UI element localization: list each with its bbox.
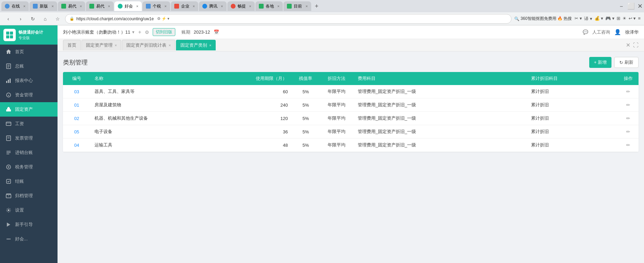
tab-close-category-icon[interactable]: ×	[209, 43, 211, 47]
settings-icon-top[interactable]: ⚙	[145, 29, 149, 35]
tab-close-icon[interactable]: ×	[164, 4, 166, 8]
code-link[interactable]: 02	[74, 116, 79, 121]
svg-rect-8	[6, 81, 7, 83]
expand-icon[interactable]: ⛶	[633, 42, 639, 48]
tab-depreciation-stats[interactable]: 固定资产折旧统计表 ×	[122, 40, 175, 50]
tab-close-icon[interactable]: ×	[80, 4, 82, 8]
svg-rect-0	[6, 32, 9, 35]
edit-button[interactable]: ✏	[626, 129, 630, 134]
cell-period: 60	[251, 85, 292, 98]
tab-close-icon[interactable]: ×	[249, 4, 251, 8]
code-link[interactable]: 01	[74, 103, 79, 108]
svg-rect-25	[6, 194, 11, 198]
reload-button[interactable]: ↻	[28, 14, 38, 24]
sidebar-item-trade[interactable]: 进销台账	[0, 145, 58, 160]
tab-close-stats-icon[interactable]: ×	[168, 43, 171, 47]
sidebar-item-fixed-assets[interactable]: 固定资产	[0, 102, 58, 117]
browser-tab-yidai1[interactable]: 易代 ×	[58, 1, 85, 11]
forward-button[interactable]: ›	[16, 14, 25, 24]
browser-tab-tengxun[interactable]: 腾讯 ×	[199, 1, 226, 11]
undo-icon[interactable]: ↩ ▾	[629, 16, 636, 22]
scissors-icon[interactable]: ✂ ▾	[574, 16, 582, 22]
browser-tab-geshui[interactable]: 个税 ×	[142, 1, 170, 11]
col-header-code: 编号	[63, 72, 90, 85]
browser-tab-zaixian[interactable]: 在线 ×	[1, 1, 29, 11]
code-link[interactable]: 05	[74, 129, 79, 134]
tab-close-active-icon[interactable]: ×	[136, 4, 138, 8]
sidebar-item-home[interactable]: 首页	[0, 45, 58, 59]
logo-icon	[3, 29, 16, 41]
sidebar-item-fund[interactable]: ¥ 资金管理	[0, 88, 58, 102]
refresh-icon: ↻	[619, 60, 623, 65]
sidebar-item-report-center[interactable]: 报表中心	[0, 73, 58, 88]
browser-tab-xinban[interactable]: 新版 ×	[29, 1, 57, 11]
sidebar-item-invoice[interactable]: 发票管理	[0, 131, 58, 145]
menu-icon[interactable]: ≡	[638, 16, 641, 22]
add-button[interactable]: + 新增	[589, 57, 611, 68]
browser-tab-yidai2[interactable]: 易代 ×	[86, 1, 113, 11]
calendar-icon[interactable]: 📅	[214, 29, 219, 35]
sidebar-item-general-ledger[interactable]: 总账	[0, 59, 58, 73]
period-value: 2023-12	[194, 29, 210, 35]
sidebar-item-more[interactable]: 好会...	[0, 232, 58, 246]
tab-asset-category[interactable]: 固定资产类别 ×	[176, 40, 216, 50]
cell-expense-subject: 管理费用_固定资产折旧_一级	[354, 98, 527, 112]
url-more-icon[interactable]: ⚙ ⚡ ▾	[157, 16, 169, 21]
tab-close-icon[interactable]: ×	[193, 4, 195, 8]
tab-close-icon[interactable]: ×	[305, 4, 307, 8]
cell-salvage: 5%	[292, 85, 319, 98]
edit-button[interactable]: ✏	[626, 142, 630, 148]
game-icon[interactable]: 🎮 ▾	[605, 16, 615, 22]
code-link[interactable]: 03	[74, 89, 79, 94]
tab-close-mgmt-icon[interactable]: ×	[115, 43, 117, 47]
home-button[interactable]: ⌂	[40, 14, 50, 24]
tab-home[interactable]: 首页	[63, 40, 81, 50]
browser-tab-changtui[interactable]: 畅提 ×	[227, 1, 255, 11]
search-bar[interactable]: 🔍 360智能抠图免费用 🔥 热搜	[514, 16, 572, 22]
tab-close-icon[interactable]: ×	[23, 4, 25, 8]
avatar-icon: 👤	[614, 29, 621, 35]
sidebar-item-guide[interactable]: 新手引导	[0, 217, 58, 232]
contact-label[interactable]: 人工咨询	[592, 29, 610, 35]
new-tab-button[interactable]: +	[312, 1, 321, 11]
wallet-icon[interactable]: 💰 ▾	[594, 16, 604, 22]
cell-method: 年限平均	[319, 85, 354, 98]
cell-period: 240	[251, 98, 292, 112]
back-button[interactable]: ‹	[3, 14, 13, 24]
add-account-button[interactable]: +	[138, 29, 141, 35]
refresh-button[interactable]: ↻ 刷新	[614, 57, 639, 68]
sidebar-menu: 首页 总账 报表中心 ¥	[0, 45, 58, 263]
sidebar-item-close-account[interactable]: 结账	[0, 174, 58, 189]
window-minimize-icon[interactable]: －	[618, 2, 624, 10]
sidebar-item-salary[interactable]: 工资	[0, 117, 58, 131]
tab-close-icon[interactable]: ×	[221, 4, 223, 8]
edit-button[interactable]: ✏	[626, 89, 630, 94]
browser-tab-haokuai[interactable]: 好会 ×	[114, 1, 142, 11]
window-close-icon[interactable]: ✕	[637, 2, 643, 10]
bookmark-button[interactable]: ☆	[53, 14, 62, 24]
tab-fixed-assets-mgmt[interactable]: 固定资产管理 ×	[81, 40, 121, 50]
tab-close-icon[interactable]: ×	[51, 4, 53, 8]
logo-area[interactable]: 畅捷通好会计 专业版	[0, 25, 58, 45]
window-maximize-icon[interactable]: ⬜	[627, 2, 635, 10]
sidebar-item-archive[interactable]: 归档管理	[0, 189, 58, 203]
url-input[interactable]: 🔒 https://cloud.chanjet.com/accounting/u…	[65, 14, 512, 24]
grid-icon[interactable]: ⊞	[617, 16, 620, 22]
tab-close-icon[interactable]: ×	[277, 4, 279, 8]
dropdown-icon[interactable]: ▾	[132, 29, 135, 35]
edit-button[interactable]: ✏	[626, 102, 630, 108]
translate-icon[interactable]: 译 ▾	[584, 16, 592, 22]
code-link[interactable]: 04	[74, 143, 79, 148]
edit-button[interactable]: ✏	[626, 116, 630, 121]
tab-close-icon[interactable]: ×	[108, 4, 110, 8]
browser-tab-gedi[interactable]: 各地 ×	[255, 1, 283, 11]
sidebar-item-settings[interactable]: 设置	[0, 203, 58, 217]
brightness-icon[interactable]: ☀	[622, 16, 627, 22]
page-area: 类别管理 + 新增 ↻ 刷新 编号 名称 使用期限（月	[58, 51, 644, 263]
close-all-tabs-icon[interactable]: ✕	[626, 42, 630, 48]
switch-version-button[interactable]: 切到旧版	[153, 28, 175, 36]
svg-rect-9	[8, 80, 9, 83]
browser-tab-muqian[interactable]: 目前 ×	[283, 1, 311, 11]
browser-tab-qiye[interactable]: 企业 ×	[171, 1, 198, 11]
sidebar-item-tax[interactable]: 税务管理	[0, 160, 58, 174]
